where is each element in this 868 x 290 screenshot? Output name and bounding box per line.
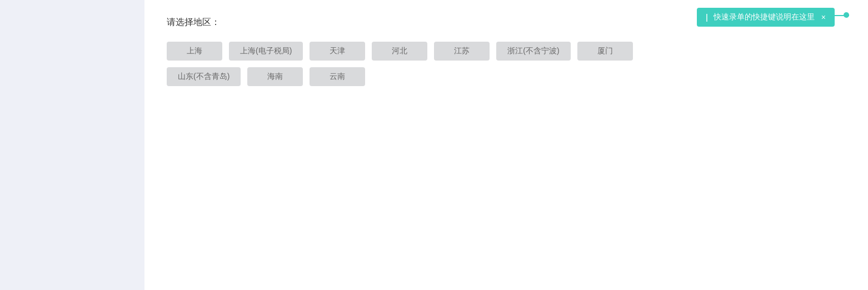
region-button-hebei[interactable]: 河北 (372, 42, 427, 61)
region-button-shanghai[interactable]: 上海 (167, 42, 222, 61)
main-content: 请选择地区： 上海上海(电子税局)天津河北江苏浙江(不含宁波)厦门山东(不含青岛… (144, 0, 868, 290)
region-button-zhejiang[interactable]: 浙江(不含宁波) (496, 42, 570, 61)
region-button-xiamen[interactable]: 厦门 (577, 42, 633, 61)
tooltip-text: 快速录单的快捷键说明在这里 (714, 12, 815, 22)
region-button-shanghai-etax[interactable]: 上海(电子税局) (229, 42, 303, 61)
region-button-jiangsu[interactable]: 江苏 (434, 42, 490, 61)
region-button-shandong[interactable]: 山东(不含青岛) (167, 67, 241, 86)
region-button-hainan[interactable]: 海南 (247, 67, 303, 86)
tooltip-dot (844, 12, 849, 18)
region-buttons-container: 上海上海(电子税局)天津河北江苏浙江(不含宁波)厦门山东(不含青岛)海南云南 (167, 42, 667, 86)
region-button-tianjin[interactable]: 天津 (310, 42, 365, 61)
tooltip-close-button[interactable]: × (821, 13, 826, 22)
tooltip-banner: 快速录单的快捷键说明在这里 × (697, 8, 835, 27)
region-button-yunnan[interactable]: 云南 (310, 67, 365, 86)
left-sidebar (0, 0, 144, 290)
